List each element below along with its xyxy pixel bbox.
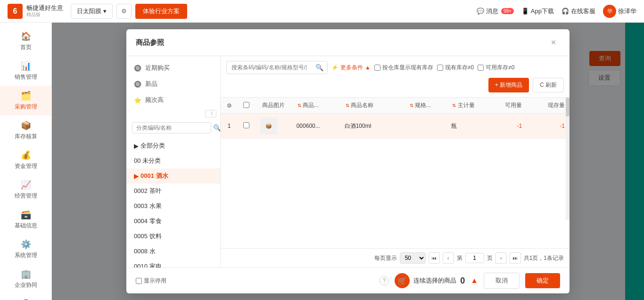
show-disabled-label: 显示停用	[144, 277, 166, 285]
table-header: ⚙ 商品图片 ⇅ 商品...	[221, 98, 570, 114]
select-all-checkbox[interactable]	[243, 102, 249, 108]
available-stock-checkbox-label[interactable]: 可用库存≠0	[478, 64, 514, 72]
confirm-button[interactable]: 确定	[525, 273, 560, 288]
cancel-button[interactable]: 取消	[484, 273, 520, 289]
sidebar-item-base[interactable]: 🗃️ 基础信息	[0, 205, 51, 234]
category-0005-label: 0005 饮料	[134, 232, 162, 241]
more-filter-button[interactable]: ⚡ 更多条件 ▲	[331, 64, 371, 72]
category-0002-label: 0002 茶叶	[134, 187, 162, 195]
category-0002[interactable]: 0002 茶叶	[126, 183, 220, 199]
category-0004[interactable]: 0004 零食	[126, 214, 220, 229]
refresh-button[interactable]: C 刷新	[533, 78, 564, 92]
row-code: 000600...	[292, 114, 340, 139]
left-panel-collapse-button[interactable]: 《	[205, 110, 216, 117]
new-label: 新品	[145, 80, 157, 88]
category-0003[interactable]: 0003 水果	[126, 199, 220, 214]
category-0008[interactable]: 0008 水	[126, 244, 220, 259]
sidebar-item-finance[interactable]: 💰 资金管理	[0, 145, 51, 175]
category-search-input[interactable]	[132, 122, 211, 133]
category-search-icon[interactable]: 🔍	[213, 124, 221, 132]
show-disabled-checkbox-label[interactable]: 显示停用	[136, 277, 166, 285]
company-selector[interactable]: 日太阳膜 ▾	[71, 4, 113, 19]
current-stock-label: 现有库存≠0	[445, 64, 474, 72]
arrow-active-icon: ▶	[134, 173, 139, 180]
table-row[interactable]: 1 📦 000600... 白酒100ml	[221, 114, 570, 139]
sidebar-item-purchase[interactable]: 🗂️ 采购管理	[0, 86, 51, 116]
category-0010[interactable]: 0010 家电	[126, 259, 220, 267]
warehouse-stock-label: 按仓库显示现有库存	[382, 64, 433, 72]
finance-icon: 💰	[21, 150, 31, 160]
logo-text-area: 畅捷通好生意 精品版	[26, 4, 63, 18]
page-number-input[interactable]	[465, 253, 484, 263]
category-0010-label: 0010 家电	[134, 262, 162, 267]
settings-icon[interactable]: ⚙	[116, 4, 132, 19]
sidebar-item-inventory[interactable]: 📦 库存核算	[0, 116, 51, 145]
category-0003-label: 0003 水果	[134, 202, 162, 210]
sidebar-item-sales[interactable]: 📊 销售管理	[0, 56, 51, 86]
prev-page-button[interactable]: ‹	[443, 252, 454, 264]
current-stock-checkbox[interactable]	[437, 65, 443, 71]
category-0001[interactable]: ▶ 0001 酒水	[126, 168, 220, 183]
help-icon[interactable]: ?	[380, 276, 389, 285]
user-nav-item[interactable]: 华 徐泽华	[603, 5, 636, 18]
sidebar-item-system[interactable]: ⚙️ 系统管理	[0, 234, 51, 264]
sidebar-label-enterprise: 企业协同	[15, 281, 37, 289]
home-icon: 🏠	[21, 31, 31, 42]
col-header-name[interactable]: ⇅ 商品名称	[340, 98, 404, 114]
chevron-down-icon: ▾	[103, 8, 107, 15]
cart-count: 0	[460, 276, 465, 286]
company-name: 日太阳膜	[77, 7, 101, 16]
current-stock-checkbox-label[interactable]: 现有库存≠0	[437, 64, 474, 72]
row-checkbox[interactable]	[243, 122, 249, 128]
sidebar-item-home[interactable]: 🏠 首页	[0, 26, 51, 56]
row-name: 白酒100ml	[340, 114, 404, 139]
scrollbar-track[interactable]	[566, 98, 570, 220]
warehouse-stock-checkbox-label[interactable]: 按仓库显示现有库存	[374, 64, 433, 72]
message-nav-item[interactable]: 💬 消息 99+	[477, 7, 514, 16]
col-header-code[interactable]: ⇅ 商品...	[292, 98, 340, 114]
col-header-available: 可用量	[484, 98, 527, 114]
page-suffix: 页	[487, 254, 493, 262]
first-page-button[interactable]: ⏮	[429, 252, 440, 264]
col-header-unit[interactable]: ⇅ 主计量	[446, 98, 484, 114]
col-header-stock: 现存量	[527, 98, 570, 114]
cart-collapse-icon[interactable]: ▲	[471, 276, 478, 285]
product-search-input[interactable]	[227, 62, 312, 73]
avatar: 华	[603, 5, 616, 18]
category-0005[interactable]: 0005 饮料	[126, 229, 220, 244]
col-name-label: 商品名称	[351, 102, 373, 108]
message-badge: 99+	[501, 8, 514, 14]
available-stock-label: 可用库存≠0	[486, 64, 514, 72]
sidebar-item-enterprise[interactable]: 🏢 企业协同	[0, 264, 51, 294]
category-all[interactable]: ▶ 全部分类	[126, 138, 220, 153]
main-layout: 🏠 首页 📊 销售管理 🗂️ 采购管理 📦 库存核算 💰 资金管理 📈 经营管理…	[0, 23, 644, 300]
online-service-nav-item[interactable]: 🎧 在线客服	[561, 7, 595, 16]
row-index: 1	[221, 114, 238, 139]
category-00[interactable]: 00 未分类	[126, 153, 220, 168]
row-image-cell: 📦	[256, 114, 292, 139]
sidebar-item-business[interactable]: 📈 经营管理	[0, 175, 51, 205]
last-page-button[interactable]: ⏭	[510, 252, 521, 264]
app-download-nav-item[interactable]: 📱 App下载	[521, 7, 554, 16]
show-disabled-checkbox[interactable]	[136, 278, 142, 284]
scrollbar-thumb[interactable]	[566, 98, 570, 117]
recent-purchase-item[interactable]: 🔘 近期购买	[126, 60, 220, 76]
per-page-select[interactable]: 50 10 20 100	[400, 252, 426, 264]
warehouse-stock-checkbox[interactable]	[374, 65, 380, 71]
modal-close-button[interactable]: ×	[547, 36, 560, 49]
new-product-item[interactable]: 🔘 新品	[126, 76, 220, 92]
product-toolbar: 🔍 ⚡ 更多条件 ▲ 按仓库显示现有库存	[221, 56, 570, 98]
product-search-icon-button[interactable]: 🔍	[312, 61, 327, 74]
sidebar-label-finance: 资金管理	[15, 162, 37, 170]
category-list: ▶ 全部分类 00 未分类 ▶ 0001 酒水 0002 茶	[126, 136, 220, 267]
phone-icon: 📱	[521, 8, 529, 15]
sidebar-item-guide[interactable]: 🎯 新手引导	[0, 294, 51, 300]
available-stock-checkbox[interactable]	[478, 65, 484, 71]
category-all-label: 全部分类	[140, 142, 165, 150]
col-header-spec[interactable]: ⇅ 规格...	[404, 98, 447, 114]
trial-button[interactable]: 体验行业方案	[135, 4, 187, 19]
col-code-label: 商品...	[303, 102, 319, 108]
frequent-item[interactable]: ⭐ 频次高	[126, 92, 220, 108]
add-product-button[interactable]: + 新增商品	[488, 78, 529, 92]
next-page-button[interactable]: ›	[495, 252, 507, 264]
